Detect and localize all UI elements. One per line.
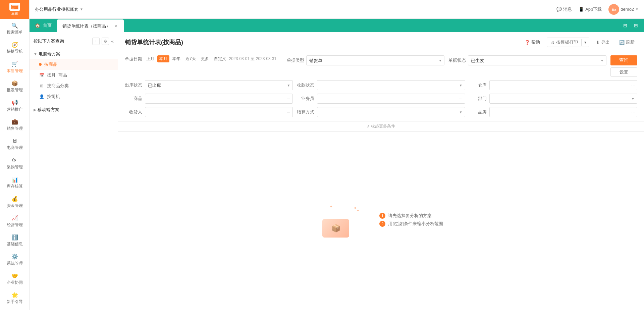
salesperson-input[interactable]	[317, 94, 465, 104]
tab-bar-right: ⊟ ⊞	[621, 21, 644, 30]
desktop-scheme-toggle-icon: ▼	[34, 52, 37, 56]
brand-label: 品牌	[469, 109, 487, 115]
type-select[interactable]: 销货单	[306, 55, 445, 65]
mobile-section: ▶ 移动端方案	[30, 103, 118, 116]
mobile-scheme-group[interactable]: ▶ 移动端方案	[30, 105, 118, 115]
inventory-icon: 📊	[11, 176, 18, 183]
scheme-item-by-category[interactable]: ⊞ 按商品分类	[30, 81, 118, 91]
type-field: 单据类型 销货单 ▼	[287, 55, 445, 65]
sidebar-item-operations[interactable]: 📈 经营管理	[0, 211, 29, 230]
sidebar-item-sales[interactable]: 💼 销售管理	[0, 115, 29, 134]
refresh-button[interactable]: 🔄 刷新	[616, 38, 637, 47]
app-download-button[interactable]: 📱 App下载	[579, 6, 602, 12]
salesperson-input-wrap: ···	[317, 94, 465, 104]
warehouse-input-wrap: ···	[489, 80, 637, 90]
receiver-dots-icon[interactable]: ···	[287, 110, 290, 114]
svg-rect-1	[12, 5, 18, 6]
empty-state: 📦 ✦ ✦ ✦ 1 请先选择要分析的方案	[118, 132, 644, 310]
sidebar-item-basic[interactable]: ℹ️ 基础信息	[0, 230, 29, 250]
tab-current[interactable]: 销货单统计表（按商品） ✕	[57, 19, 124, 33]
warehouse-input[interactable]	[489, 80, 637, 90]
collapse-bar[interactable]: ∧ 收起更多条件	[118, 121, 644, 132]
date-more-btn[interactable]: 更多	[199, 55, 211, 62]
scheme-item-by-product[interactable]: 按商品	[30, 59, 118, 70]
query-row-4: 收货人 ··· 结算方式 ▼	[125, 107, 637, 117]
sidebar-item-system-label: 系统管理	[7, 261, 23, 266]
sidebar-item-enterprise[interactable]: 🤝 企业协同	[0, 269, 29, 288]
sidebar-item-apps[interactable]: 🔧 应用中心	[0, 308, 29, 310]
warehouse-dots-icon[interactable]: ···	[632, 83, 635, 87]
filter-collapse-button[interactable]: «	[111, 39, 114, 44]
sidebar-item-retail[interactable]: 🛒 零售管理	[0, 57, 29, 76]
print-main-button[interactable]: 🖨 按模板打印	[547, 38, 581, 47]
scheme-item-by-cashier-label: 按司机	[47, 94, 60, 100]
right-panel: 销货单统计表(按商品) ❓ 帮助 🖨 按模板打印 ▼	[118, 32, 644, 310]
date-prev-month-btn[interactable]: 上月	[144, 55, 156, 62]
salesperson-dots-icon[interactable]: ···	[459, 97, 462, 101]
tab-close-button[interactable]: ✕	[113, 23, 118, 29]
dept-select[interactable]	[489, 94, 637, 104]
out-status-select[interactable]: 已出库	[145, 80, 293, 90]
receiver-input[interactable]	[145, 107, 293, 117]
sidebar-item-marketing[interactable]: 📢 营销推广	[0, 96, 29, 115]
help-button[interactable]: ❓ 帮助	[522, 38, 543, 47]
sidebar-item-search[interactable]: 🔍 搜索菜单	[0, 19, 29, 38]
collapse-label: 收起更多条件	[371, 123, 395, 129]
sidebar-item-wholesale[interactable]: 📦 批发管理	[0, 76, 29, 96]
sidebar-item-basic-label: 基础信息	[7, 242, 23, 246]
desktop-scheme-group[interactable]: ▼ 电脑端方案	[30, 49, 118, 59]
date-custom-btn[interactable]: 自定义	[212, 55, 228, 62]
wholesale-icon: 📦	[11, 80, 18, 87]
brand-dots-icon[interactable]: ···	[632, 110, 635, 114]
sidebar-item-system[interactable]: ⚙️ 系统管理	[0, 250, 29, 269]
date-this-month-btn[interactable]: 本月	[157, 55, 169, 62]
tab-home[interactable]: 🏠 首页	[30, 19, 57, 32]
filter-settings-button[interactable]: ⚙	[102, 38, 109, 45]
collect-status-select[interactable]	[317, 80, 465, 90]
scheme-item-by-cashier[interactable]: 👤 按司机	[30, 91, 118, 102]
status-select[interactable]: 已生效	[468, 55, 606, 65]
tab-expand-button[interactable]: ⊞	[632, 21, 640, 30]
messages-button[interactable]: 💬 消息	[556, 6, 572, 12]
date-field: 单据日期 上月 本月 本年 近7天 更多 自定义 2023-03-01 至 20…	[125, 55, 283, 62]
breadcrumb-arrow-icon: ▼	[80, 7, 83, 11]
export-button[interactable]: ⬇ 导出	[593, 38, 612, 47]
query-area: 单据日期 上月 本月 本年 近7天 更多 自定义 2023-03-01 至 20…	[118, 51, 644, 121]
tab-home-label: 首页	[43, 22, 52, 29]
date-this-year-btn[interactable]: 本年	[170, 55, 182, 62]
status-field: 单据状态 已生效 ▼	[448, 55, 606, 65]
tab-minimize-button[interactable]: ⊟	[621, 21, 629, 30]
sidebar-item-shortcut[interactable]: 🧭 快捷导航	[0, 38, 29, 57]
sidebar-item-search-label: 搜索菜单	[7, 30, 23, 35]
help-label: 帮助	[531, 39, 540, 45]
sidebar-item-newuser[interactable]: 🌟 新手引导	[0, 288, 29, 307]
breadcrumb-dropdown[interactable]: 办公用品行业模拟账套 ▼	[35, 6, 83, 12]
user-arrow-icon: ▼	[635, 7, 639, 11]
filter-add-button[interactable]: +	[92, 38, 100, 45]
sidebar-item-marketing-label: 营销推广	[7, 107, 23, 112]
sidebar-item-inventory[interactable]: 📊 库存核算	[0, 173, 29, 192]
newuser-icon: 🌟	[11, 292, 18, 298]
out-status-label: 出库状态	[125, 82, 142, 88]
sidebar-item-ecom[interactable]: 🖥 电商管理	[0, 134, 29, 153]
product-input[interactable]	[145, 94, 293, 104]
setting-button[interactable]: 设置	[610, 67, 637, 77]
out-status-field: 出库状态 已出库 ▼	[125, 80, 293, 90]
product-input-wrap: ···	[145, 94, 293, 104]
sidebar-item-purchase[interactable]: 🛍 采购管理	[0, 154, 29, 173]
date-recent7-btn[interactable]: 近7天	[183, 55, 198, 62]
payment-select[interactable]	[317, 107, 465, 117]
svg-rect-2	[12, 7, 16, 7]
print-icon: 🖨	[550, 40, 555, 45]
scheme-item-by-month-product[interactable]: 📅 按月+商品	[30, 70, 118, 81]
query-button[interactable]: 查询	[610, 55, 637, 65]
brand-input[interactable]	[489, 107, 637, 117]
user-profile[interactable]: Ea demo2 ▼	[608, 4, 639, 15]
empty-illustration: 📦 ✦ ✦ ✦	[319, 204, 359, 238]
status-label: 单据状态	[448, 57, 466, 63]
print-dropdown-button[interactable]: ▼	[582, 39, 589, 46]
sidebar-item-finance[interactable]: 💰 资金管理	[0, 192, 29, 211]
step-1-text: 请先选择要分析的方案	[388, 213, 432, 219]
product-dots-icon[interactable]: ···	[287, 97, 290, 101]
receiver-field: 收货人 ···	[125, 107, 293, 117]
